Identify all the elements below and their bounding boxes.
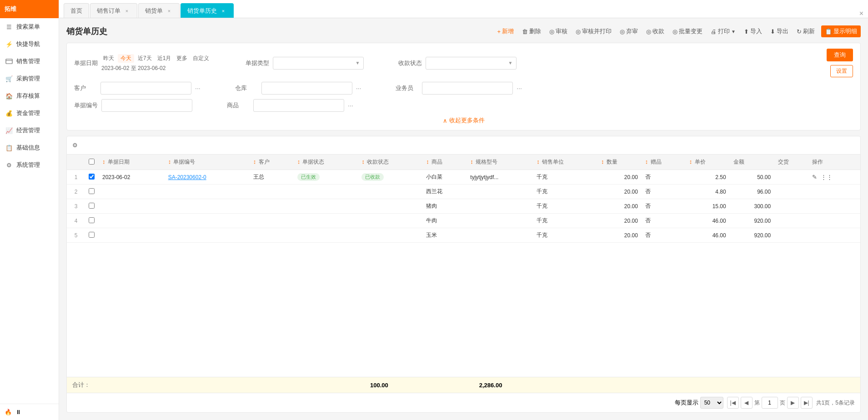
cell-unit: 千克 [533, 185, 597, 199]
row-checkbox[interactable] [89, 232, 95, 238]
preset-1month[interactable]: 近1月 [156, 54, 173, 63]
preset-more[interactable]: 更多 [175, 54, 189, 63]
show-detail-button[interactable]: 📋 显示明细 [821, 25, 861, 37]
sidebar-item-finance[interactable]: 💰 资金管理 [0, 105, 59, 122]
col-doc-date[interactable]: ↕ 单据日期 [99, 155, 165, 170]
sidebar-item-system-mgmt[interactable]: ⚙ 系统管理 [0, 156, 59, 174]
preset-yesterday[interactable]: 昨天 [101, 54, 116, 63]
goods-input[interactable] [253, 99, 344, 112]
sidebar-item-search-menu[interactable]: ☰ 搜索菜单 [0, 18, 59, 35]
cell-customer: 王总 [250, 170, 294, 185]
cell-index: 2 [67, 185, 85, 199]
col-unit[interactable]: ↕ 销售单位 [533, 155, 597, 170]
cell-price: 46.00 [686, 228, 730, 243]
prev-page-btn[interactable]: ◀ [741, 397, 753, 409]
cell-checkbox[interactable] [85, 199, 99, 214]
preset-today[interactable]: 今天 [118, 54, 134, 63]
cell-qty: 20.00 [597, 170, 642, 185]
cell-doc-no[interactable] [165, 228, 250, 243]
cell-doc-no[interactable] [165, 214, 250, 228]
abandon-button[interactable]: ◎ 弃审 [618, 26, 640, 36]
last-page-btn[interactable]: ▶| [801, 397, 813, 409]
sidebar-item-operations[interactable]: 📈 经营管理 [0, 122, 59, 139]
table-settings-icon[interactable]: ⚙ [72, 142, 78, 149]
export-button[interactable]: ⬇ 导出 [768, 26, 790, 36]
query-button[interactable]: 查询 [827, 49, 853, 61]
add-button[interactable]: + 新增 [496, 26, 516, 36]
preset-custom[interactable]: 自定义 [191, 54, 211, 63]
close-sales-goods-tab[interactable]: × [166, 7, 173, 15]
filter-row-1: 单据日期 昨天 今天 近7天 近1月 更多 自定义 2023-06-02 至 2… [74, 49, 853, 77]
row-checkbox[interactable] [89, 203, 95, 209]
cell-checkbox[interactable] [85, 170, 99, 185]
tab-sales-order[interactable]: 销售订单 × [90, 3, 137, 18]
cell-amount: 300.00 [730, 199, 775, 214]
import-button[interactable]: ⬆ 导入 [742, 26, 764, 36]
fire-icon[interactable]: 🔥 [5, 409, 12, 415]
warehouse-more-btn[interactable]: ··· [356, 85, 361, 92]
tab-home[interactable]: 首页 [64, 3, 89, 18]
cell-checkbox[interactable] [85, 228, 99, 243]
cell-doc-no[interactable] [165, 185, 250, 199]
select-all-checkbox[interactable] [89, 159, 95, 165]
close-sales-history-tab[interactable]: × [220, 7, 227, 15]
row-checkbox[interactable] [89, 174, 95, 180]
cell-checkbox[interactable] [85, 185, 99, 199]
filter-settings-button[interactable]: 设置 [830, 65, 853, 77]
sidebar-item-basic-info[interactable]: 📋 基础信息 [0, 139, 59, 156]
col-goods[interactable]: ↕ 商品 [422, 155, 467, 170]
payment-status-select[interactable]: ▼ [426, 57, 517, 70]
col-price[interactable]: ↕ 单价 [686, 155, 730, 170]
collapse-button[interactable]: ∧ 收起更多条件 [74, 116, 853, 125]
row-checkbox[interactable] [89, 188, 95, 194]
tab-sales-goods[interactable]: 销货单 × [138, 3, 180, 18]
batch-change-button[interactable]: ◎ 批量变更 [671, 26, 704, 36]
docno-label: 单据编号 [74, 101, 98, 110]
next-page-btn[interactable]: ▶ [787, 397, 799, 409]
cell-checkbox[interactable] [85, 214, 99, 228]
more-action-icon[interactable]: ⋮⋮ [821, 174, 833, 180]
page-size-select[interactable]: 50 100 200 [700, 397, 723, 409]
delete-button[interactable]: 🗑 删除 [520, 26, 543, 36]
goods-more-btn[interactable]: ··· [348, 102, 353, 109]
tab-sales-history[interactable]: 销货单历史 × [181, 3, 234, 18]
print-button[interactable]: 🖨 打印 ▼ [709, 26, 738, 36]
first-page-btn[interactable]: |◀ [727, 397, 739, 409]
col-gift[interactable]: ↕ 赠品 [642, 155, 686, 170]
col-payment-status[interactable]: ↕ 收款状态 [358, 155, 422, 170]
warehouse-input[interactable] [261, 82, 352, 95]
customer-more-btn[interactable]: ··· [195, 85, 201, 92]
docno-input[interactable] [101, 99, 192, 112]
staff-more-btn[interactable]: ··· [517, 85, 522, 92]
sidebar-item-label: 基础信息 [16, 144, 40, 152]
cell-doc-no[interactable] [165, 199, 250, 214]
sidebar-item-purchase-mgmt[interactable]: 🛒 采购管理 [0, 70, 59, 87]
current-page-input[interactable] [762, 397, 778, 409]
window-close-btn[interactable]: × [859, 10, 863, 18]
audit-button[interactable]: ◎ 审核 [547, 26, 569, 36]
basic-info-icon: 📋 [5, 144, 13, 151]
customer-input[interactable] [100, 82, 191, 95]
audit-print-button[interactable]: ◎ 审核并打印 [574, 26, 613, 36]
sidebar-item-sales-mgmt[interactable]: 销售管理 [0, 53, 59, 70]
row-checkbox[interactable] [89, 217, 95, 223]
sidebar-item-inventory[interactable]: 🏠 库存核算 [0, 87, 59, 105]
cell-goods: 西兰花 [422, 185, 467, 199]
sidebar-item-quick-nav[interactable]: ⚡ 快捷导航 [0, 35, 59, 53]
doc-type-select[interactable]: ▼ [273, 57, 364, 70]
col-doc-no[interactable]: ↕ 单据编号 [165, 155, 250, 170]
col-customer[interactable]: ↕ 客户 [250, 155, 294, 170]
cell-doc-no[interactable]: SA-20230602-0 [165, 170, 250, 185]
close-sales-order-tab[interactable]: × [123, 7, 130, 15]
edit-action-icon[interactable]: ✎ [812, 174, 817, 180]
staff-input[interactable] [422, 82, 513, 95]
col-doc-status[interactable]: ↕ 单据状态 [294, 155, 358, 170]
col-spec[interactable]: ↕ 规格型号 [467, 155, 533, 170]
pause-icon[interactable]: ⏸ [15, 409, 21, 415]
collect-button[interactable]: ◎ 收款 [644, 26, 666, 36]
cell-price: 15.00 [686, 199, 730, 214]
col-qty[interactable]: ↕ 数量 [597, 155, 642, 170]
preset-7days[interactable]: 近7天 [136, 54, 154, 63]
page-info: 共1页，5条记录 [816, 399, 855, 407]
refresh-button[interactable]: ↻ 刷新 [795, 26, 817, 36]
